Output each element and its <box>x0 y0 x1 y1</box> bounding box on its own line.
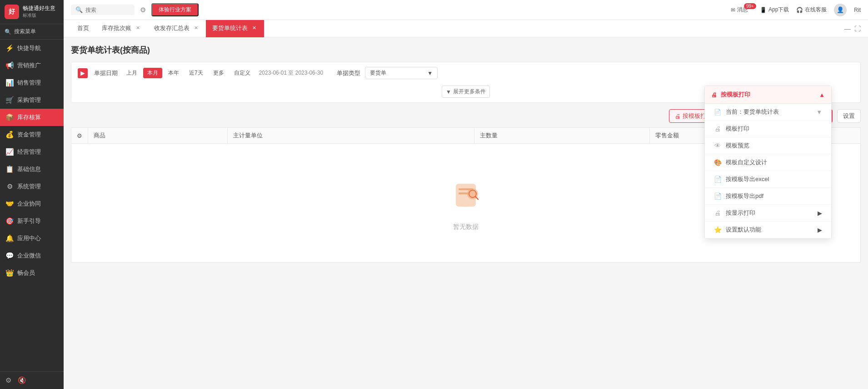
main-area: 🔍 ⚙ 体验行业方案 ✉ 消息 99+ 📱 App下载 🎧 在线客服 👤 Rit <box>64 0 868 389</box>
finance-icon: 💰 <box>5 131 14 139</box>
tab-order-summary-close[interactable]: ✕ <box>250 25 258 32</box>
settings-btn[interactable]: 设置 <box>837 109 861 123</box>
empty-text: 暂无数据 <box>453 223 479 231</box>
col-qty: 主数量 <box>474 128 649 144</box>
marketing-icon: 📢 <box>5 61 14 70</box>
minimize-icon[interactable]: — <box>844 25 851 32</box>
set-default-left: ⭐ 设置默认功能 <box>714 226 761 234</box>
sidebar-item-purchase[interactable]: 🛒 采购管理 <box>0 91 64 109</box>
nav-label: 新手引导 <box>17 217 41 225</box>
sales-icon: 📊 <box>5 79 14 87</box>
sidebar-item-appstore[interactable]: 🔔 应用中心 <box>0 230 64 247</box>
current-icon: 📄 <box>714 109 721 116</box>
nav-label: 快捷导航 <box>17 44 41 52</box>
sidebar-item-finance[interactable]: 💰 资金管理 <box>0 126 64 143</box>
sidebar-item-inventory[interactable]: 📦 库存核算 <box>0 109 64 126</box>
tab-batch-account[interactable]: 库存批次账 ✕ <box>95 20 148 37</box>
member-icon: 👑 <box>5 269 14 277</box>
expand-more-btn[interactable]: ▼ 展开更多条件 <box>442 86 490 98</box>
nav-label: 营销推广 <box>17 61 41 70</box>
date-btn-last-month[interactable]: 上月 <box>122 68 141 78</box>
dropdown-header[interactable]: 🖨 按模板打印 ▲ <box>705 86 831 104</box>
sidebar-item-system[interactable]: ⚙ 系统管理 <box>0 178 64 195</box>
online-service-item[interactable]: 🎧 在线客服 <box>796 6 827 14</box>
topbar-search-input[interactable] <box>85 7 126 13</box>
tab-order-summary[interactable]: 要货单统计表 ✕ <box>206 20 264 37</box>
dropdown-header-left: 🖨 按模板打印 <box>711 91 750 99</box>
topbar-search-box[interactable]: 🔍 <box>71 5 135 15</box>
sidebar-bottom: ⚙ 🔇 <box>0 371 64 389</box>
sidebar-item-basic[interactable]: 📋 基础信息 <box>0 161 64 178</box>
tab-receipt-summary[interactable]: 收发存汇总表 ✕ <box>148 20 206 37</box>
trial-button[interactable]: 体验行业方案 <box>151 3 199 16</box>
tab-receipt-summary-close[interactable]: ✕ <box>192 25 200 32</box>
date-buttons: 上月 本月 本年 近7天 更多 自定义 <box>122 68 254 78</box>
date-filter-label: 单据日期 <box>94 69 118 77</box>
tab-batch-account-close[interactable]: ✕ <box>134 25 141 32</box>
date-btn-more[interactable]: 更多 <box>209 68 228 78</box>
appstore-icon: 🔔 <box>5 234 14 242</box>
nav-label: 经营管理 <box>17 148 41 156</box>
col-product: 商品 <box>88 128 228 144</box>
date-btn-custom[interactable]: 自定义 <box>230 68 254 78</box>
sidebar-item-member[interactable]: 👑 畅会员 <box>0 264 64 282</box>
dropdown-menu: 🖨 按模板打印 ▲ 📄 当前：要货单统计表 ▼ 🖨 模板打印 👁 模板预览 <box>704 86 832 239</box>
app-download-label: App下载 <box>768 6 789 14</box>
settings-label: 设置 <box>843 112 855 120</box>
sidebar-item-quick-nav[interactable]: ⚡ 快捷导航 <box>0 40 64 57</box>
dropdown-item-set-default[interactable]: ⭐ 设置默认功能 ▶ <box>705 222 831 238</box>
tab-receipt-summary-label: 收发存汇总表 <box>154 24 190 32</box>
date-btn-this-year[interactable]: 本年 <box>164 68 183 78</box>
sidebar-search[interactable]: 🔍 搜索菜单 <box>0 24 64 40</box>
excel-icon: 📄 <box>714 176 721 183</box>
sidebar-item-business[interactable]: 📈 经营管理 <box>0 143 64 161</box>
date-btn-this-month[interactable]: 本月 <box>143 68 162 78</box>
headset-icon: 🎧 <box>796 7 803 13</box>
printer-header-icon: 🖨 <box>711 91 717 98</box>
mute-icon[interactable]: 🔇 <box>18 376 26 384</box>
chevron-down-icon: ▼ <box>816 109 822 116</box>
dropdown-item-template-print[interactable]: 🖨 模板打印 <box>705 121 831 137</box>
nav-label: 基础信息 <box>17 165 41 173</box>
print-icon: 🖨 <box>714 125 721 132</box>
messages-item[interactable]: ✉ 消息 99+ <box>731 6 753 14</box>
sidebar-item-sales[interactable]: 📊 销售管理 <box>0 74 64 91</box>
dropdown-item-display-print[interactable]: 🖨 按显示打印 ▶ <box>705 205 831 222</box>
page-title: 要货单统计表(按商品) <box>71 45 861 56</box>
message-icon: ✉ <box>731 7 735 13</box>
dropdown-item-export-excel[interactable]: 📄 按模板导出excel <box>705 171 831 188</box>
export-excel-item-label: 按模板导出excel <box>726 175 769 183</box>
filter-row-1: ▶ 单据日期 上月 本月 本年 近7天 更多 自定义 2023-06-01 至 … <box>78 67 854 79</box>
template-preview-item-label: 模板预览 <box>726 141 749 150</box>
nav-label: 系统管理 <box>17 182 41 191</box>
settings-icon[interactable]: ⚙ <box>5 376 11 384</box>
close-icon: ✕ <box>252 25 256 31</box>
sidebar-item-marketing[interactable]: 📢 营销推广 <box>0 57 64 74</box>
tab-home[interactable]: 首页 <box>71 20 95 37</box>
nav-label: 采购管理 <box>17 96 41 104</box>
avatar[interactable]: 👤 <box>834 4 847 16</box>
template-print-item-label: 模板打印 <box>726 125 749 133</box>
maximize-icon[interactable]: ⛶ <box>854 25 861 32</box>
search-label: 搜索菜单 <box>14 28 36 35</box>
sidebar-item-newbie[interactable]: 🎯 新手引导 <box>0 212 64 230</box>
display-print-icon: 🖨 <box>714 209 721 217</box>
sidebar-item-enterprise[interactable]: 🤝 企业协同 <box>0 195 64 212</box>
date-btn-7days[interactable]: 近7天 <box>185 68 207 78</box>
nav-label: 销售管理 <box>17 79 41 87</box>
dropdown-item-template-custom[interactable]: 🎨 模板自定义设计 <box>705 154 831 171</box>
filter-expand-arrow[interactable]: ▶ <box>78 68 88 78</box>
topbar-gear-icon[interactable]: ⚙ <box>140 6 146 14</box>
dropdown-item-template-preview[interactable]: 👁 模板预览 <box>705 137 831 154</box>
app-download-item[interactable]: 📱 App下载 <box>760 6 789 14</box>
sidebar-logo: 好 畅捷通好生意 标准版 <box>0 0 64 24</box>
dropdown-current[interactable]: 📄 当前：要货单统计表 ▼ <box>705 104 831 121</box>
display-print-left: 🖨 按显示打印 <box>714 209 755 217</box>
sidebar-nav: ⚡ 快捷导航 📢 营销推广 📊 销售管理 🛒 采购管理 📦 库存核算 💰 资金管… <box>0 40 64 371</box>
dropdown-item-export-pdf[interactable]: 📄 按模板导出pdf <box>705 188 831 205</box>
col-settings[interactable]: ⚙ <box>71 128 88 144</box>
sidebar-item-wechat[interactable]: 💬 企业微信 <box>0 247 64 264</box>
type-select[interactable]: 要货单 ▼ <box>365 67 438 79</box>
newbie-icon: 🎯 <box>5 217 14 225</box>
close-icon: ✕ <box>194 25 198 31</box>
